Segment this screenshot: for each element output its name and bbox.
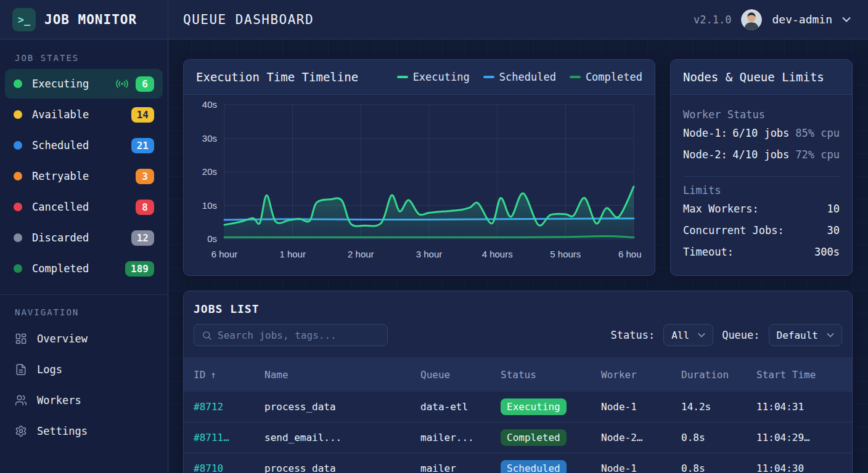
- navigation-section-label: NAVIGATION: [15, 307, 168, 317]
- state-color-dot: [14, 264, 22, 273]
- legend-item[interactable]: Completed: [570, 71, 642, 83]
- sidebar-item-logs[interactable]: Logs: [0, 354, 168, 385]
- limit-label: Concurrent Jobs:: [683, 224, 784, 236]
- limit-value: 30: [827, 224, 840, 236]
- node-jobs: 4/10 jobs: [732, 148, 789, 161]
- chevron-down-icon[interactable]: [842, 17, 851, 22]
- nodes-limits-card: Nodes & Queue Limits Worker Status Node-…: [670, 59, 853, 276]
- search-input[interactable]: [218, 329, 380, 341]
- chevron-down-icon: [698, 333, 705, 338]
- svg-text:4 hours: 4 hours: [482, 249, 513, 259]
- sidebar-state-item[interactable]: Cancelled 8: [5, 192, 163, 222]
- node-label: Node-2:: [683, 148, 727, 161]
- job-worker: Node-1: [601, 401, 681, 413]
- column-worker[interactable]: Worker: [601, 369, 681, 381]
- state-label: Discarded: [32, 232, 89, 244]
- sidebar-state-item[interactable]: Scheduled 21: [5, 131, 163, 160]
- state-color-dot: [14, 110, 22, 119]
- nav-label: Logs: [37, 363, 62, 376]
- job-name: process_data: [264, 463, 420, 473]
- search-icon: [202, 330, 212, 341]
- sidebar-divider: [0, 294, 168, 295]
- jobs-list-card: JOBS LIST Status: All Queue: Default: [183, 291, 853, 473]
- svg-text:6 hours: 6 hours: [618, 249, 641, 259]
- nodes-card-divider: [683, 176, 840, 177]
- sidebar-state-item[interactable]: Retryable 3: [5, 161, 163, 191]
- svg-text:6 hour: 6 hour: [211, 249, 238, 259]
- state-label: Cancelled: [32, 201, 89, 213]
- column-id[interactable]: ID↑: [194, 369, 264, 381]
- legend-item[interactable]: Executing: [397, 71, 470, 83]
- job-start-time: 11:04:31: [756, 401, 842, 413]
- execution-timeline-chart: 0s10s20s30s40s6 hour1 hour2 hour3 hour4 …: [189, 97, 641, 271]
- state-count-badge: 12: [131, 230, 154, 246]
- job-worker: Node-2…: [601, 432, 681, 443]
- state-count-badge: 21: [131, 138, 154, 153]
- job-id-link[interactable]: #8711…: [194, 432, 264, 443]
- node-status-row: Node-2: 4/10 jobs 72% cpu: [683, 148, 840, 170]
- column-start-time[interactable]: Start Time: [756, 369, 842, 381]
- job-id-link[interactable]: #8712: [194, 401, 264, 413]
- sidebar-item-settings[interactable]: Settings: [0, 416, 168, 447]
- queue-filter-value: Default: [777, 329, 818, 341]
- limit-label: Timeout:: [683, 246, 734, 258]
- nav-label: Overview: [37, 333, 88, 345]
- job-id-link[interactable]: #8710: [194, 463, 264, 473]
- column-duration[interactable]: Duration: [681, 369, 756, 381]
- legend-label: Scheduled: [499, 71, 556, 83]
- sidebar-item-overview[interactable]: Overview: [0, 323, 168, 354]
- state-count-badge: 14: [131, 107, 154, 123]
- column-name[interactable]: Name: [264, 369, 420, 381]
- status-filter-select[interactable]: All: [663, 324, 713, 346]
- node-label: Node-1:: [683, 127, 727, 139]
- node-jobs: 6/10 jobs: [732, 127, 789, 139]
- state-color-dot: [14, 141, 22, 150]
- user-menu[interactable]: dev-admin: [772, 13, 832, 26]
- sidebar-state-item[interactable]: Discarded 12: [5, 223, 163, 253]
- job-duration: 14.2s: [681, 401, 756, 413]
- svg-text:20s: 20s: [202, 166, 217, 177]
- sort-arrow-icon[interactable]: ↑: [210, 369, 216, 381]
- limit-row: Concurrent Jobs: 30: [683, 224, 840, 246]
- limit-row: Timeout: 300s: [683, 246, 840, 267]
- sidebar-state-item[interactable]: Completed 189: [5, 254, 163, 283]
- sidebar-state-item[interactable]: Executing 6: [5, 69, 163, 99]
- sidebar-state-item[interactable]: Available 14: [5, 100, 163, 129]
- queue-filter-label: Queue:: [722, 329, 760, 341]
- state-label: Retryable: [32, 170, 89, 182]
- legend-dash: [397, 76, 408, 78]
- column-status[interactable]: Status: [501, 369, 601, 381]
- state-color-dot: [14, 172, 22, 180]
- legend-label: Completed: [586, 71, 642, 83]
- state-label: Completed: [32, 262, 89, 275]
- limits-label: Limits: [683, 184, 840, 196]
- limit-value: 10: [827, 203, 840, 215]
- worker-status-label: Worker Status: [683, 108, 840, 121]
- legend-dash: [483, 76, 494, 78]
- legend-item[interactable]: Scheduled: [483, 71, 556, 83]
- state-count-badge: 189: [125, 261, 154, 277]
- sidebar-item-workers[interactable]: Workers: [0, 385, 168, 416]
- svg-text:40s: 40s: [202, 99, 217, 110]
- page-title: QUEUE DASHBOARD: [183, 12, 314, 27]
- state-color-dot: [14, 79, 22, 88]
- chart-legend: Executing Scheduled Completed: [397, 71, 642, 83]
- status-badge: Executing: [501, 398, 567, 415]
- app-title: JOB MONITOR: [44, 12, 137, 27]
- gear-icon: [15, 425, 27, 437]
- main-content: Execution Time Timeline Executing Schedu…: [168, 39, 868, 473]
- node-cpu: 72% cpu: [795, 148, 840, 161]
- svg-text:0s: 0s: [207, 233, 217, 244]
- state-label: Scheduled: [32, 139, 89, 152]
- column-queue[interactable]: Queue: [420, 369, 501, 381]
- queue-filter-select[interactable]: Default: [769, 324, 842, 346]
- legend-dash: [570, 76, 581, 78]
- table-row[interactable]: #8711… send_email... mailer... Completed…: [184, 422, 852, 453]
- terminal-glyph: >_: [18, 14, 30, 26]
- search-box[interactable]: [194, 324, 388, 346]
- limit-row: Max Workers: 10: [683, 203, 840, 224]
- dashboard-grid-icon: [15, 333, 27, 345]
- table-row[interactable]: #8710 process_data mailer Scheduled Node…: [184, 453, 852, 473]
- table-row[interactable]: #8712 process_data data-etl Executing No…: [184, 392, 852, 422]
- avatar[interactable]: [741, 9, 762, 30]
